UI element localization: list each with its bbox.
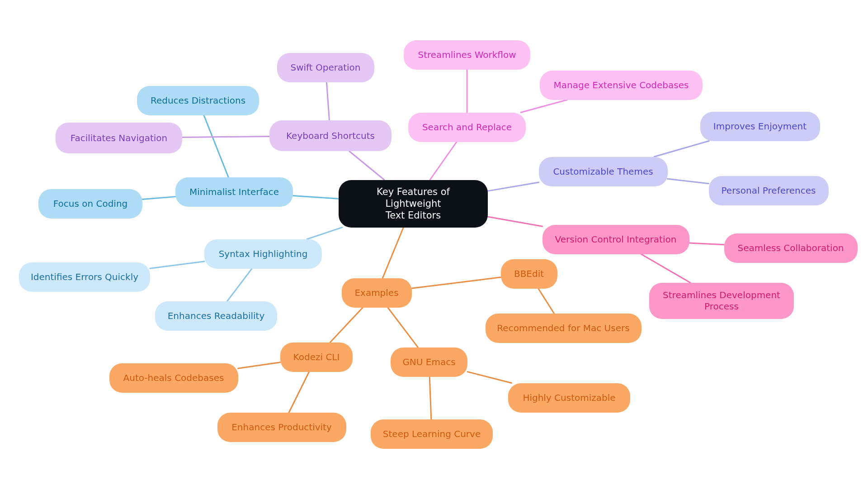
syn-node: Syntax Highlighting — [204, 239, 322, 269]
svg-line-22 — [388, 308, 418, 347]
svg-line-19 — [330, 308, 363, 343]
root-node: Key Features of Lightweight Text Editors — [339, 180, 488, 228]
kodezi_a-node: Auto-heals Codebases — [109, 363, 238, 393]
mini_a-node: Reduces Distractions — [137, 86, 259, 115]
svg-line-8 — [182, 136, 269, 137]
svg-line-18 — [382, 228, 403, 278]
sr_b-node: Manage Extensive Codebases — [540, 71, 703, 100]
svg-line-7 — [326, 82, 329, 121]
svg-line-13 — [654, 141, 709, 157]
vc_a-node: Seamless Collaboration — [724, 233, 858, 263]
svg-line-1 — [204, 115, 228, 177]
kodezi-node: Kodezi CLI — [280, 343, 353, 372]
vc-node: Version Control Integration — [542, 225, 689, 254]
emacs-node: GNU Emacs — [391, 347, 467, 377]
emacs_b-node: Steep Learning Curve — [371, 419, 493, 449]
svg-line-17 — [641, 254, 690, 283]
svg-line-25 — [412, 277, 501, 289]
svg-line-20 — [238, 362, 281, 369]
svg-line-3 — [307, 228, 342, 239]
ct_a-node: Improves Enjoyment — [700, 112, 820, 141]
svg-line-21 — [289, 372, 309, 413]
svg-line-16 — [689, 243, 724, 245]
svg-line-15 — [488, 217, 542, 226]
ct_b-node: Personal Preferences — [709, 176, 829, 205]
sr_a-node: Streamlines Workflow — [404, 40, 530, 70]
svg-line-24 — [429, 377, 431, 419]
mini-node: Minimalist Interface — [175, 177, 293, 207]
key_b-node: Facilitates Navigation — [56, 123, 182, 153]
ex-node: Examples — [342, 278, 412, 308]
vc_b-node: Streamlines Development Process — [649, 283, 794, 319]
svg-line-6 — [349, 151, 384, 180]
sr-node: Search and Replace — [408, 113, 526, 142]
ct-node: Customizable Themes — [539, 157, 668, 186]
svg-line-26 — [538, 289, 554, 314]
syn_a-node: Identifies Errors Quickly — [19, 262, 150, 292]
syn_b-node: Enhances Readability — [155, 301, 277, 331]
svg-line-12 — [488, 182, 539, 191]
svg-line-2 — [142, 197, 175, 200]
svg-line-14 — [668, 179, 709, 183]
svg-line-5 — [227, 269, 252, 301]
svg-line-11 — [521, 100, 567, 113]
bbedit_a-node: Recommended for Mac Users — [486, 314, 642, 343]
svg-line-23 — [467, 372, 511, 383]
bbedit-node: BBEdit — [501, 259, 557, 289]
svg-line-4 — [150, 262, 204, 268]
mini_b-node: Focus on Coding — [38, 189, 142, 219]
kodezi_b-node: Enhances Productivity — [217, 413, 346, 442]
svg-line-9 — [430, 142, 457, 180]
key-node: Keyboard Shortcuts — [269, 120, 392, 151]
svg-line-0 — [293, 196, 339, 199]
emacs_a-node: Highly Customizable — [508, 383, 630, 413]
key_a-node: Swift Operation — [277, 53, 374, 82]
